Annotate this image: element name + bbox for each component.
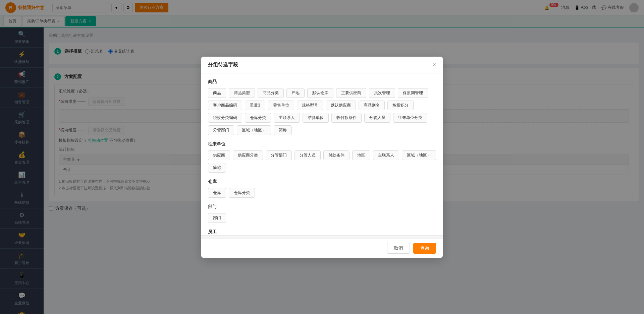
field-item-0-20[interactable]: 分管人员 — [364, 113, 390, 123]
field-item-0-23[interactable]: 区域（地区） — [237, 125, 271, 135]
confirm-button[interactable]: 查询 — [413, 243, 436, 254]
field-item-2-1[interactable]: 仓库分类 — [229, 188, 255, 198]
field-item-0-19[interactable]: 收付款条件 — [331, 113, 362, 123]
field-item-1-8[interactable]: 简称 — [208, 163, 226, 173]
cancel-button[interactable]: 取消 — [387, 243, 410, 254]
field-item-0-17[interactable]: 主联系人 — [274, 113, 300, 123]
field-item-0-2[interactable]: 商品分类 — [258, 88, 284, 98]
field-items-3: 部门 — [208, 213, 436, 223]
field-group-title-3: 部门 — [208, 204, 436, 210]
field-item-0-0[interactable]: 商品 — [208, 88, 226, 98]
field-group-0: 商品商品商品类型商品分类产地默认仓库主要供应商批次管理保质期管理客户商品编码重量… — [208, 79, 436, 135]
field-group-3: 部门部门 — [208, 204, 436, 223]
field-items-2: 仓库仓库分类 — [208, 188, 436, 198]
modal-close-btn[interactable]: × — [432, 61, 436, 68]
field-item-0-9[interactable]: 重量3 — [245, 101, 265, 110]
modal-title: 分组待选字段 — [208, 62, 238, 68]
field-item-0-24[interactable]: 简称 — [274, 125, 292, 135]
field-item-1-0[interactable]: 供应商 — [208, 150, 230, 160]
field-item-2-0[interactable]: 仓库 — [208, 188, 226, 198]
field-item-0-5[interactable]: 主要供应商 — [336, 88, 366, 98]
field-item-0-22[interactable]: 分管部门 — [208, 125, 234, 135]
field-item-1-7[interactable]: 区域（地区） — [402, 150, 436, 160]
field-item-0-13[interactable]: 商品别名 — [359, 101, 385, 110]
field-item-1-3[interactable]: 分管人员 — [294, 150, 321, 160]
field-item-1-4[interactable]: 付款条件 — [323, 150, 350, 160]
field-select-modal: 分组待选字段 × 商品商品商品类型商品分类产地默认仓库主要供应商批次管理保质期管… — [201, 57, 443, 258]
field-item-0-8[interactable]: 客户商品编码 — [208, 101, 242, 110]
modal-hscroll[interactable] — [201, 235, 443, 238]
field-item-1-6[interactable]: 主联系人 — [373, 150, 399, 160]
field-item-0-21[interactable]: 往来单位分类 — [393, 113, 427, 123]
field-item-0-14[interactable]: 炼货积分 — [387, 101, 414, 110]
field-item-0-18[interactable]: 结算单位 — [303, 113, 329, 123]
modal-overlay: 分组待选字段 × 商品商品商品类型商品分类产地默认仓库主要供应商批次管理保质期管… — [0, 0, 644, 314]
field-item-0-16[interactable]: 仓库分类 — [245, 113, 271, 123]
field-item-0-1[interactable]: 商品类型 — [229, 88, 255, 98]
field-group-title-2: 仓库 — [208, 179, 436, 185]
field-item-0-15[interactable]: 税收分类编码 — [208, 113, 242, 123]
field-item-1-5[interactable]: 地区 — [352, 150, 370, 160]
field-item-0-4[interactable]: 默认仓库 — [307, 88, 333, 98]
field-items-1: 供应商供应商分类分管部门分管人员付款条件地区主联系人区域（地区）简称 — [208, 150, 436, 173]
field-group-title-4: 员工 — [208, 229, 436, 235]
field-group-1: 往来单位供应商供应商分类分管部门分管人员付款条件地区主联系人区域（地区）简称 — [208, 141, 436, 173]
field-group-title-0: 商品 — [208, 79, 436, 85]
field-item-0-6[interactable]: 批次管理 — [369, 88, 395, 98]
field-item-1-2[interactable]: 分管部门 — [266, 150, 292, 160]
modal-footer: 取消 查询 — [201, 239, 443, 258]
field-item-0-7[interactable]: 保质期管理 — [398, 88, 428, 98]
field-item-0-10[interactable]: 零售单位 — [268, 101, 294, 110]
field-item-3-0[interactable]: 部门 — [208, 213, 226, 223]
field-item-1-1[interactable]: 供应商分类 — [233, 150, 263, 160]
field-item-0-11[interactable]: 规格型号 — [297, 101, 323, 110]
field-group-4: 员工业务员 — [208, 229, 436, 236]
modal-body: 商品商品商品类型商品分类产地默认仓库主要供应商批次管理保质期管理客户商品编码重量… — [201, 73, 443, 236]
field-group-title-1: 往来单位 — [208, 141, 436, 147]
field-items-0: 商品商品类型商品分类产地默认仓库主要供应商批次管理保质期管理客户商品编码重量3零… — [208, 88, 436, 135]
field-item-0-3[interactable]: 产地 — [286, 88, 305, 98]
field-item-0-12[interactable]: 默认供应商 — [326, 101, 356, 110]
field-group-2: 仓库仓库仓库分类 — [208, 179, 436, 198]
modal-header: 分组待选字段 × — [201, 57, 443, 73]
